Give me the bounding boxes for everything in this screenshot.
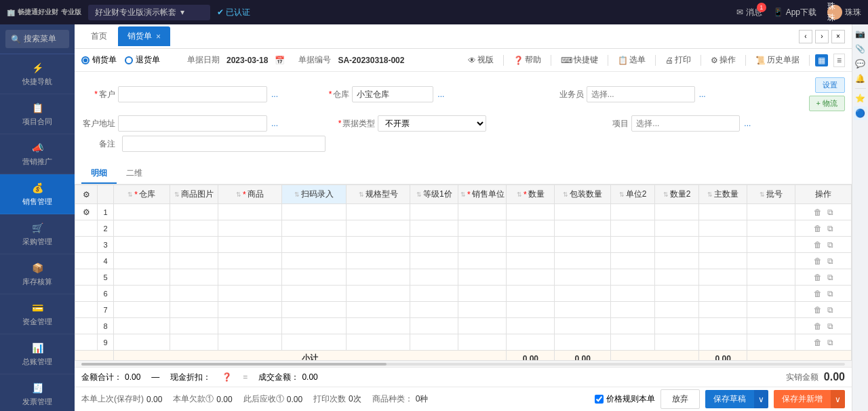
cell-unit-2[interactable] xyxy=(458,220,507,237)
invoice-select[interactable]: 不开票 xyxy=(378,115,486,132)
cell-main-qty-2[interactable] xyxy=(699,220,747,237)
cell-grade-1[interactable] xyxy=(410,204,458,220)
tab-prev-btn[interactable]: ‹ xyxy=(799,30,812,43)
cell-image-1[interactable] xyxy=(170,204,218,220)
rt-btn-4[interactable]: 🔔 xyxy=(854,72,867,85)
cell-goods-1[interactable] xyxy=(218,204,282,220)
save-new-arrow-btn[interactable]: ∨ xyxy=(831,390,845,408)
address-dots-btn[interactable]: ... xyxy=(271,119,278,128)
view-btn[interactable]: 👁 视版 xyxy=(464,53,498,67)
delete-row-9-btn[interactable]: 🗑 xyxy=(812,338,823,347)
radio-return[interactable]: 退货单 xyxy=(125,54,160,66)
cell-qty-2[interactable] xyxy=(507,220,555,237)
company-selector[interactable]: 好业财专业版演示帐套 ▾ xyxy=(88,5,210,20)
tab-home[interactable]: 首页 xyxy=(81,26,117,46)
staff-dots-btn[interactable]: ... xyxy=(699,90,706,99)
app-download-btn[interactable]: 📱 App下载 xyxy=(773,7,816,18)
setting-btn[interactable]: 设置 xyxy=(815,77,845,93)
sidebar-item-inventory[interactable]: 📦 库存核算 xyxy=(0,254,75,294)
sidebar-item-accounting[interactable]: 📊 总账管理 xyxy=(0,334,75,374)
cell-scan-2[interactable] xyxy=(282,220,347,237)
price-rule-checkbox[interactable] xyxy=(595,395,604,404)
cell-grade-2[interactable] xyxy=(410,220,458,237)
copy-row-6-btn[interactable]: ⧉ xyxy=(826,289,835,298)
tab-mingxi[interactable]: 明细 xyxy=(81,164,117,184)
cell-spec-1[interactable] xyxy=(346,204,410,220)
cell-unit-1[interactable] xyxy=(458,204,507,220)
delete-row-3-btn[interactable]: 🗑 xyxy=(812,240,823,250)
scroll-thumb[interactable] xyxy=(81,363,387,366)
tab-erwei[interactable]: 二维 xyxy=(117,164,152,184)
delete-row-8-btn[interactable]: 🗑 xyxy=(812,321,823,331)
scroll-track[interactable] xyxy=(81,363,845,366)
table-wrapper[interactable]: ⚙ ⇅ *仓库 ⇅ xyxy=(75,184,852,360)
sidebar-item-projects[interactable]: 📋 项目合同 xyxy=(0,94,75,134)
message-btn[interactable]: ✉ 消息 1 xyxy=(736,7,762,18)
warehouse-input[interactable] xyxy=(352,86,433,102)
sidebar-item-nav[interactable]: ⚡ 快捷导航 xyxy=(0,54,75,94)
copy-row-8-btn[interactable]: ⧉ xyxy=(826,321,835,331)
tab-next-btn[interactable]: › xyxy=(815,30,829,43)
help-btn[interactable]: ❓ 帮助 xyxy=(509,53,545,67)
delete-row-7-btn[interactable]: 🗑 xyxy=(812,305,823,315)
address-input[interactable] xyxy=(118,115,267,132)
copy-row-7-btn[interactable]: ⧉ xyxy=(826,305,835,315)
select-order-btn[interactable]: 📋 选单 xyxy=(614,53,650,67)
delete-row-6-btn[interactable]: 🗑 xyxy=(812,289,823,298)
list-view-btn[interactable]: ≡ xyxy=(833,54,845,67)
remark-input[interactable] xyxy=(122,136,326,152)
customer-dots-btn[interactable]: ... xyxy=(271,90,278,99)
cell-spec-2[interactable] xyxy=(346,220,410,237)
cell-scan-1[interactable] xyxy=(282,204,347,220)
cell-goods-2[interactable] xyxy=(218,220,282,237)
rt-btn-5[interactable]: ⭐ xyxy=(854,92,867,105)
add-logistics-btn[interactable]: + 物流 xyxy=(809,96,845,111)
cell-pack-1[interactable] xyxy=(555,204,611,220)
warehouse-dots-btn[interactable]: ... xyxy=(437,90,444,99)
sidebar-item-marketing[interactable]: 📣 营销推广 xyxy=(0,134,75,174)
rt-btn-3[interactable]: 💬 xyxy=(854,57,867,71)
horizontal-scrollbar[interactable] xyxy=(75,360,852,367)
copy-row-4-btn[interactable]: ⧉ xyxy=(826,256,835,266)
gear-icon[interactable]: ⚙ xyxy=(83,208,90,217)
abandon-btn[interactable]: 放弃 xyxy=(660,389,700,409)
copy-row-3-btn[interactable]: ⧉ xyxy=(826,240,835,250)
tab-close-window-btn[interactable]: × xyxy=(831,30,845,43)
sidebar-item-invoice[interactable]: 🧾 发票管理 xyxy=(0,374,75,411)
customer-input[interactable] xyxy=(118,86,267,102)
ops-btn[interactable]: ⚙ 操作 xyxy=(707,53,740,67)
grid-view-btn[interactable]: ▦ xyxy=(815,54,828,66)
cell-qty2-1[interactable] xyxy=(655,204,699,220)
print-btn[interactable]: 🖨 打印 xyxy=(661,53,695,67)
radio-sale[interactable]: 销货单 xyxy=(81,54,117,66)
cell-main-qty-1[interactable] xyxy=(699,204,747,220)
copy-row-9-btn[interactable]: ⧉ xyxy=(826,338,835,347)
delete-row-5-btn[interactable]: 🗑 xyxy=(812,273,823,282)
cell-unit2-1[interactable] xyxy=(611,204,655,220)
sidebar-item-purchase[interactable]: 🛒 采购管理 xyxy=(0,214,75,254)
project-dots-btn[interactable]: ... xyxy=(744,119,751,128)
cell-batch-1[interactable] xyxy=(747,204,795,220)
project-input[interactable] xyxy=(631,115,740,132)
copy-row-5-btn[interactable]: ⧉ xyxy=(826,273,835,282)
copy-row-2-btn[interactable]: ⧉ xyxy=(826,224,835,233)
cell-pack-2[interactable] xyxy=(555,220,611,237)
user-avatar[interactable]: 珠珠 珠珠 xyxy=(827,5,861,20)
rt-btn-1[interactable]: 📷 xyxy=(854,27,867,41)
cell-image-2[interactable] xyxy=(170,220,218,237)
delete-row-1-btn[interactable]: 🗑 xyxy=(812,208,823,217)
save-draft-btn[interactable]: 保存草稿 xyxy=(705,390,754,408)
cell-warehouse-1[interactable] xyxy=(113,204,170,220)
rt-btn-6[interactable]: 🔵 xyxy=(854,106,867,120)
shortcut-btn[interactable]: ⌨ 快捷键 xyxy=(557,53,602,67)
history-btn[interactable]: 📜 历史单据 xyxy=(751,53,804,67)
save-new-btn[interactable]: 保存并新增 xyxy=(774,390,831,408)
cell-warehouse-2[interactable] xyxy=(113,220,170,237)
save-draft-arrow-btn[interactable]: ∨ xyxy=(754,390,768,408)
tab-active[interactable]: 销货单 × xyxy=(118,26,170,46)
calendar-icon[interactable]: 📅 xyxy=(275,56,285,65)
delete-row-2-btn[interactable]: 🗑 xyxy=(812,224,823,233)
cell-batch-2[interactable] xyxy=(747,220,795,237)
cell-unit2-2[interactable] xyxy=(611,220,655,237)
cell-qty-1[interactable] xyxy=(507,204,555,220)
